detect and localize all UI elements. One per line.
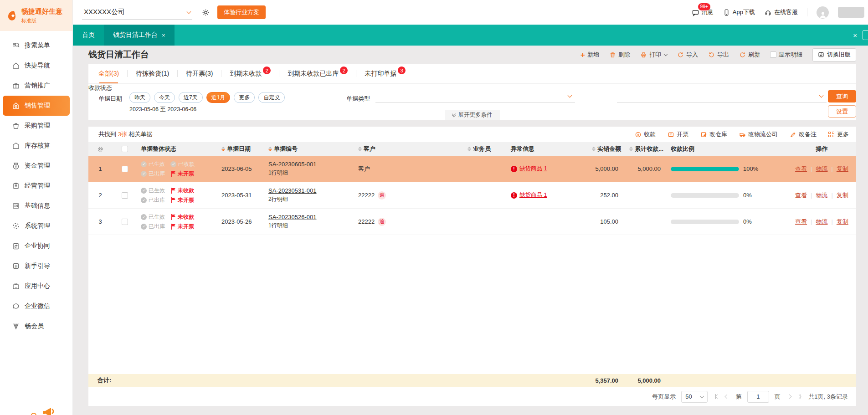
bulk-invoice-button[interactable]: 开票 xyxy=(668,130,688,138)
filter-tab-overdue-unpaid[interactable]: 到期未收款 2 xyxy=(230,64,271,83)
quick-date-today[interactable]: 今天 xyxy=(154,92,175,103)
op-logistics-link[interactable]: 物流 xyxy=(816,191,828,200)
header-salesman[interactable]: 业务员 xyxy=(464,145,507,153)
checkbox-icon[interactable] xyxy=(770,51,776,58)
op-view-link[interactable]: 查看 xyxy=(795,218,807,226)
tab-workbench[interactable]: 钱货日清工作台 × xyxy=(104,25,175,46)
op-copy-link[interactable]: 复制 xyxy=(837,191,848,200)
table-row[interactable]: 2 ✓已生效 未收款 ✓已出库 未开票 2023-05-31 SA-202305… xyxy=(88,182,856,209)
bulk-change-warehouse-button[interactable]: 改仓库 xyxy=(700,130,727,138)
filter-tab-all[interactable]: 全部(3) xyxy=(98,64,119,83)
export-button[interactable]: 导出 xyxy=(708,51,729,59)
close-all-tabs-icon[interactable]: × xyxy=(853,31,857,39)
sidebar-item-wecom[interactable]: 企业微信 xyxy=(3,296,70,316)
delete-button[interactable]: 删除 xyxy=(609,51,630,59)
online-service-button[interactable]: 在线客服 xyxy=(764,8,798,16)
sidebar-item-search-menu[interactable]: 搜索菜单 xyxy=(3,36,70,56)
quick-date-1month[interactable]: 近1月 xyxy=(206,92,231,103)
doc-type-select[interactable] xyxy=(375,89,575,103)
sort-icon[interactable] xyxy=(268,147,272,151)
sidebar-item-collaboration[interactable]: 企业协同 xyxy=(3,236,70,256)
add-button[interactable]: + 新增 xyxy=(580,51,599,59)
tab-list-icon[interactable] xyxy=(863,30,868,40)
doc-no-link[interactable]: SA-20230605-001 xyxy=(268,161,317,168)
refresh-button[interactable]: 刷新 xyxy=(739,51,760,59)
bulk-change-logistics-button[interactable]: 改物流公司 xyxy=(739,130,778,138)
op-copy-link[interactable]: 复制 xyxy=(837,218,848,226)
sidebar-item-member[interactable]: 畅会员 xyxy=(3,316,70,336)
gear-icon[interactable] xyxy=(201,8,210,17)
print-button[interactable]: 打印 xyxy=(640,51,667,59)
sort-icon[interactable] xyxy=(358,147,362,151)
first-page-button[interactable] xyxy=(715,394,719,399)
sort-icon[interactable] xyxy=(221,147,225,151)
sidebar-item-funds[interactable]: 资金管理 xyxy=(3,156,70,176)
messages-button[interactable]: 99+ 消息 xyxy=(692,8,714,16)
row-checkbox[interactable] xyxy=(122,219,128,225)
quick-date-7days[interactable]: 近7天 xyxy=(179,92,203,103)
page-number-input[interactable] xyxy=(747,391,769,403)
column-settings-gear-icon[interactable] xyxy=(88,146,112,153)
last-page-button[interactable] xyxy=(797,394,801,399)
sidebar-item-base-info[interactable]: 基础信息 xyxy=(3,196,70,216)
table-row[interactable]: 1 ✓已生效 ✓已收款 ✓已出库 未开票 2023-06-05 SA-20230… xyxy=(88,156,856,182)
app-download-button[interactable]: App下载 xyxy=(723,8,755,16)
sort-icon[interactable] xyxy=(629,147,633,151)
pay-status-select[interactable] xyxy=(617,89,827,103)
sidebar-item-system[interactable]: 系统管理 xyxy=(3,216,70,236)
company-select[interactable]: XXXXXX公司 xyxy=(82,5,192,20)
header-customer[interactable]: 客户 xyxy=(354,145,464,153)
quick-date-more[interactable]: 更多 xyxy=(234,92,255,103)
query-button[interactable]: 查询 xyxy=(828,90,856,102)
header-amount[interactable]: 实销金额 xyxy=(582,145,625,153)
settings-button[interactable]: 设置 xyxy=(828,105,856,118)
op-logistics-link[interactable]: 物流 xyxy=(816,165,828,173)
quick-date-yesterday[interactable]: 昨天 xyxy=(129,92,150,103)
doc-no-link[interactable]: SA-20230526-001 xyxy=(268,214,317,220)
import-button[interactable]: 导入 xyxy=(677,51,698,59)
sidebar-item-app-center[interactable]: 应用中心 xyxy=(3,276,70,296)
prev-page-button[interactable] xyxy=(725,395,729,398)
avatar[interactable] xyxy=(817,6,829,19)
header-doc-no[interactable]: 单据编号 xyxy=(265,145,354,153)
table-row[interactable]: 3 ✓已生效 未收款 ✓已出库 未开票 2023-05-26 SA-202305… xyxy=(88,209,856,235)
sidebar-item-newbie-guide[interactable]: 新 新手引导 xyxy=(3,256,70,276)
op-view-link[interactable]: 查看 xyxy=(795,191,807,200)
row-checkbox[interactable] xyxy=(122,192,128,199)
bulk-more-button[interactable]: 更多 xyxy=(828,130,849,138)
tab-home[interactable]: 首页 xyxy=(73,25,104,46)
sort-icon[interactable] xyxy=(467,147,471,151)
assistant-mascot[interactable] xyxy=(30,405,57,415)
quick-date-custom[interactable]: 自定义 xyxy=(258,92,285,103)
doc-no-link[interactable]: SA-20230531-001 xyxy=(268,187,317,194)
op-view-link[interactable]: 查看 xyxy=(795,165,807,173)
bulk-receive-button[interactable]: 收款 xyxy=(635,130,656,138)
trial-industry-button[interactable]: 体验行业方案 xyxy=(217,5,266,19)
bulk-change-remark-button[interactable]: 改备注 xyxy=(790,130,817,138)
next-page-button[interactable] xyxy=(788,395,791,398)
shortage-link[interactable]: 缺货商品 1 xyxy=(519,165,547,173)
filter-tab-overdue-shipped[interactable]: 到期未收款已出库 2 xyxy=(288,64,348,83)
per-page-select[interactable]: 50 xyxy=(681,391,708,403)
row-checkbox[interactable] xyxy=(122,166,128,172)
op-copy-link[interactable]: 复制 xyxy=(837,165,848,173)
header-status[interactable]: 单据整体状态 xyxy=(137,145,218,153)
filter-tab-unprinted[interactable]: 未打印单据 3 xyxy=(365,64,406,83)
sidebar-item-marketing[interactable]: 营销推广 xyxy=(3,76,70,96)
filter-tab-to-invoice[interactable]: 待开票(3) xyxy=(186,64,213,83)
header-doc-date[interactable]: 单据日期 xyxy=(218,145,265,153)
shortage-link[interactable]: 缺货商品 1 xyxy=(519,191,547,199)
sort-icon[interactable] xyxy=(592,147,596,151)
show-detail-checkbox[interactable]: 显示明细 xyxy=(770,51,802,59)
switch-old-version-button[interactable]: 切换旧版 xyxy=(812,48,856,61)
expand-more-conditions[interactable]: 展开更多条件 xyxy=(445,110,500,120)
sidebar-item-sales[interactable]: 销售管理 xyxy=(3,96,70,116)
header-received[interactable]: 累计收款... xyxy=(625,145,667,153)
sidebar-item-inventory[interactable]: 库存核算 xyxy=(3,136,70,156)
tab-close-icon[interactable]: × xyxy=(162,32,165,39)
username-placeholder[interactable] xyxy=(838,7,864,18)
sidebar-item-quick-nav[interactable]: 快捷导航 xyxy=(3,56,70,76)
select-all-checkbox[interactable] xyxy=(122,146,128,152)
op-logistics-link[interactable]: 物流 xyxy=(816,218,828,226)
filter-tab-to-pick[interactable]: 待拣验货(1) xyxy=(136,64,169,83)
